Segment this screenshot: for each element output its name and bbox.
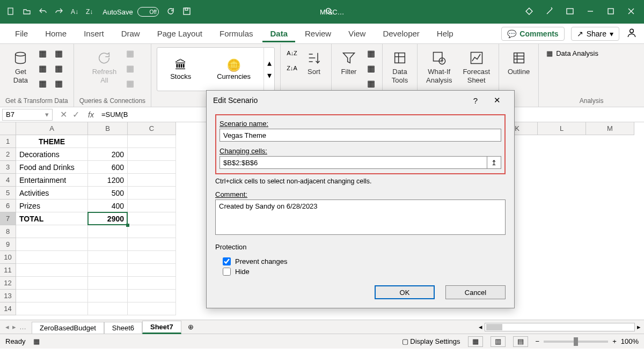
user-icon[interactable] bbox=[627, 28, 636, 40]
scroll-left-icon[interactable]: ◂ bbox=[479, 323, 482, 331]
row-header[interactable]: 7 bbox=[0, 212, 16, 225]
cell[interactable]: TOTAL bbox=[16, 212, 88, 225]
redo-icon[interactable] bbox=[55, 7, 63, 17]
refresh-icon[interactable] bbox=[166, 7, 175, 17]
cell[interactable] bbox=[128, 290, 176, 302]
sort-desc-icon[interactable]: Z↓ bbox=[86, 8, 93, 16]
maximize-icon[interactable] bbox=[606, 7, 615, 17]
cell[interactable] bbox=[16, 225, 88, 238]
cell[interactable] bbox=[16, 290, 88, 302]
cancel-formula-icon[interactable]: ✕ bbox=[60, 109, 67, 120]
tab-draw[interactable]: Draw bbox=[114, 25, 148, 42]
sheet-nav-next-icon[interactable]: ▸ bbox=[12, 323, 16, 331]
add-sheet-icon[interactable]: ⊕ bbox=[181, 323, 200, 331]
comment-input[interactable]: Created by Sandy on 6/28/2023 bbox=[215, 200, 506, 235]
fill-handle[interactable] bbox=[126, 224, 129, 227]
page-break-view-icon[interactable]: ▤ bbox=[513, 336, 528, 347]
cell[interactable] bbox=[88, 264, 128, 277]
cell[interactable] bbox=[128, 238, 176, 251]
cell[interactable]: 500 bbox=[88, 187, 128, 200]
col-header[interactable]: L bbox=[538, 122, 586, 135]
cell[interactable] bbox=[88, 238, 128, 251]
row-header[interactable]: 12 bbox=[0, 277, 16, 290]
data-analysis-button[interactable]: ▦ Data Analysis bbox=[544, 47, 601, 60]
scroll-right-icon[interactable]: ▸ bbox=[637, 323, 641, 331]
cell[interactable] bbox=[88, 251, 128, 264]
select-all[interactable] bbox=[0, 122, 16, 135]
row-header[interactable]: 1 bbox=[0, 135, 16, 148]
help-icon[interactable]: ? bbox=[465, 96, 486, 105]
from-text-icon[interactable]: ▦ bbox=[36, 47, 48, 59]
hide-checkbox[interactable]: Hide bbox=[223, 268, 506, 276]
cell[interactable]: 400 bbox=[88, 200, 128, 212]
row-header[interactable]: 4 bbox=[0, 174, 16, 187]
cell[interactable] bbox=[128, 277, 176, 290]
cell[interactable] bbox=[128, 174, 176, 187]
forecast-button[interactable]: Forecast Sheet bbox=[459, 47, 493, 86]
zoom-in-icon[interactable]: + bbox=[612, 337, 617, 345]
cell[interactable]: 1200 bbox=[88, 174, 128, 187]
zoom-out-icon[interactable]: − bbox=[536, 337, 540, 345]
col-header[interactable]: A bbox=[16, 122, 88, 135]
get-data-button[interactable]: Get Data bbox=[9, 47, 32, 86]
row-header[interactable]: 9 bbox=[0, 238, 16, 251]
cell[interactable] bbox=[88, 225, 128, 238]
recent-sources-icon[interactable]: ▦ bbox=[53, 47, 64, 59]
cell[interactable]: 600 bbox=[88, 161, 128, 174]
search-icon[interactable] bbox=[325, 7, 333, 17]
cell[interactable] bbox=[128, 135, 176, 148]
tab-file[interactable]: File bbox=[8, 25, 35, 42]
queries-icon[interactable]: ▦ bbox=[124, 47, 136, 59]
row-header[interactable]: 3 bbox=[0, 161, 16, 174]
sort-az-icon[interactable]: A↓Z bbox=[286, 47, 298, 59]
close-icon[interactable]: ✕ bbox=[486, 95, 508, 105]
cell[interactable] bbox=[88, 290, 128, 302]
zoom-level[interactable]: 100% bbox=[621, 337, 639, 345]
cell[interactable] bbox=[88, 135, 128, 148]
cell[interactable] bbox=[128, 200, 176, 212]
ok-button[interactable]: OK bbox=[375, 285, 435, 299]
sheet-tab[interactable]: ZeroBasedBudget bbox=[32, 322, 104, 334]
from-table-icon[interactable]: ▦ bbox=[36, 77, 48, 89]
col-header[interactable]: B bbox=[88, 122, 128, 135]
name-box[interactable]: B7▾ bbox=[2, 109, 53, 121]
cell[interactable] bbox=[128, 187, 176, 200]
macro-record-icon[interactable]: ▦ bbox=[33, 337, 40, 345]
save-icon[interactable] bbox=[182, 7, 191, 17]
display-settings-button[interactable]: ▢ Display Settings bbox=[402, 337, 460, 345]
row-header[interactable]: 13 bbox=[0, 290, 16, 302]
whatif-button[interactable]: ? What-If Analysis bbox=[423, 47, 455, 86]
outline-button[interactable]: Outline bbox=[504, 47, 533, 78]
diamond-icon[interactable] bbox=[525, 7, 533, 17]
row-header[interactable]: 8 bbox=[0, 225, 16, 238]
cell[interactable] bbox=[128, 264, 176, 277]
row-header[interactable]: 11 bbox=[0, 264, 16, 277]
filter-button[interactable]: Filter bbox=[337, 47, 361, 78]
cell[interactable]: Prizes bbox=[16, 200, 88, 212]
another-icon[interactable]: ▦ bbox=[53, 77, 64, 89]
tab-home[interactable]: Home bbox=[38, 25, 74, 42]
cell[interactable] bbox=[16, 277, 88, 290]
autosave-toggle[interactable]: Off bbox=[137, 7, 159, 17]
fx-icon[interactable]: fx bbox=[85, 110, 97, 119]
sheet-tab[interactable]: Sheet6 bbox=[104, 322, 142, 334]
cell[interactable] bbox=[16, 302, 88, 315]
comments-button[interactable]: 💬 Comments bbox=[501, 27, 564, 41]
horizontal-scrollbar[interactable] bbox=[485, 323, 635, 331]
cell[interactable] bbox=[16, 238, 88, 251]
cell[interactable]: THEME bbox=[16, 135, 88, 148]
open-icon[interactable] bbox=[23, 7, 31, 17]
changing-cells-input[interactable] bbox=[219, 156, 487, 169]
cell[interactable]: 200 bbox=[88, 148, 128, 161]
edit-links-icon[interactable]: ▦ bbox=[124, 77, 136, 89]
sheet-nav-prev-icon[interactable]: ◂ bbox=[5, 323, 9, 331]
col-header[interactable]: M bbox=[586, 122, 634, 135]
sort-za-icon[interactable]: Z↓A bbox=[286, 62, 298, 74]
cell[interactable] bbox=[128, 225, 176, 238]
tab-help[interactable]: Help bbox=[429, 25, 461, 42]
refresh-all-button[interactable]: Refresh All bbox=[89, 47, 120, 86]
from-web-icon[interactable]: ▦ bbox=[36, 62, 48, 74]
cell[interactable]: Decorations bbox=[16, 148, 88, 161]
reapply-icon[interactable]: ▦ bbox=[365, 62, 377, 74]
cell[interactable]: Entertainment bbox=[16, 174, 88, 187]
